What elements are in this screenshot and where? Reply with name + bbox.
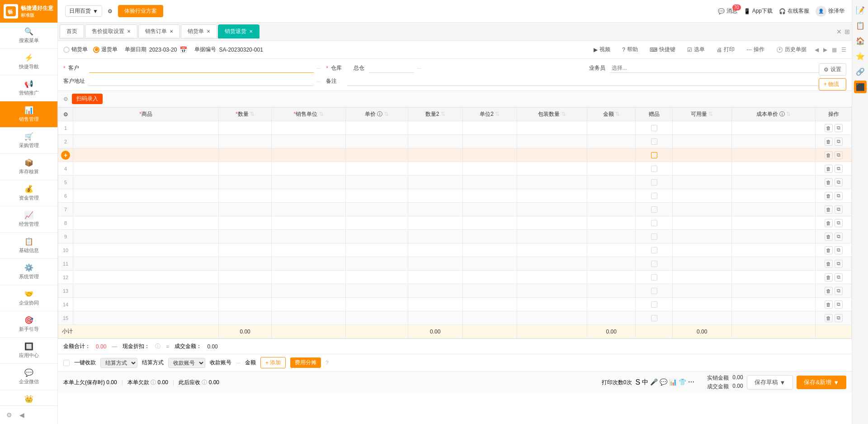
pkg-cell[interactable] — [517, 203, 587, 216]
save-new-button[interactable]: 保存&新增 ▼ — [797, 376, 846, 389]
gift-cell[interactable] — [636, 284, 672, 298]
unit2-cell[interactable] — [462, 176, 517, 189]
sidebar-item-enterprise[interactable]: 🤝 企业协同 — [0, 285, 57, 311]
expense-btn[interactable]: 费用分摊 — [290, 357, 321, 368]
nav-next-icon[interactable]: ▶ — [823, 47, 827, 53]
available-cell[interactable] — [672, 311, 731, 325]
price-cell[interactable] — [346, 257, 408, 271]
add-row-btn[interactable]: + — [61, 151, 70, 160]
qty2-cell[interactable] — [408, 271, 462, 284]
product-input[interactable] — [76, 152, 216, 158]
address-input[interactable] — [88, 76, 314, 86]
product-cell[interactable] — [73, 216, 219, 230]
cost-cell[interactable] — [731, 162, 815, 176]
video-btn[interactable]: ▶ 视频 — [590, 44, 614, 55]
qty-cell[interactable] — [219, 311, 272, 325]
price-cell[interactable] — [346, 148, 408, 162]
delete-row-btn[interactable]: 🗑 — [825, 192, 833, 200]
delete-row-btn[interactable]: 🗑 — [825, 205, 833, 214]
delete-row-btn[interactable]: 🗑 — [825, 246, 833, 254]
salesrep-input[interactable] — [610, 63, 840, 73]
amount-cell[interactable] — [587, 189, 636, 203]
available-cell[interactable] — [672, 284, 731, 298]
qty2-cell[interactable] — [408, 243, 462, 257]
delete-row-btn[interactable]: 🗑 — [825, 178, 833, 186]
logistics-btn[interactable]: + 物流 — [819, 78, 846, 91]
sidebar-item-sales[interactable]: 📊 销售管理 — [0, 101, 57, 128]
copy-row-btn[interactable]: ⧉ — [835, 287, 843, 295]
amount-cell[interactable] — [587, 162, 636, 176]
unit-cell[interactable] — [271, 189, 345, 203]
unit-cell[interactable] — [271, 271, 345, 284]
unit-cell[interactable] — [271, 162, 345, 176]
list-view-icon[interactable]: ☰ — [841, 47, 846, 53]
table-settings-icon[interactable]: ⚙ — [63, 96, 68, 102]
qty2-cell[interactable] — [408, 216, 462, 230]
product-cell[interactable] — [73, 135, 219, 148]
qty-cell[interactable] — [219, 148, 272, 162]
qty-cell[interactable] — [219, 230, 272, 243]
unit-cell[interactable] — [271, 257, 345, 271]
rp-icon-4[interactable]: ⭐ — [854, 50, 867, 62]
product-cell[interactable] — [73, 148, 219, 162]
gift-cell[interactable] — [636, 298, 672, 311]
gift-cell[interactable] — [636, 271, 672, 284]
available-cell[interactable] — [672, 176, 731, 189]
gift-cell[interactable] — [636, 121, 672, 135]
unit-cell[interactable] — [271, 176, 345, 189]
product-cell[interactable] — [73, 176, 219, 189]
qty2-cell[interactable] — [408, 135, 462, 148]
available-cell[interactable] — [672, 230, 731, 243]
sidebar-item-operations[interactable]: 📈 经营管理 — [0, 206, 57, 233]
gift-checkbox[interactable] — [651, 206, 657, 213]
copy-row-btn[interactable]: ⧉ — [835, 138, 843, 146]
unit2-cell[interactable] — [462, 311, 517, 325]
unit-cell[interactable] — [271, 148, 345, 162]
save-draft-button[interactable]: 保存草稿 ▼ — [747, 375, 793, 390]
price-cell[interactable] — [346, 189, 408, 203]
sidebar-item-search[interactable]: 🔍 搜索菜单 — [0, 23, 57, 49]
sidebar-item-system[interactable]: ⚙️ 系统管理 — [0, 259, 57, 285]
operate-btn[interactable]: ⋯ 操作 — [743, 44, 768, 55]
pkg-cell[interactable] — [517, 189, 587, 203]
industry-select[interactable]: 日用百货 ▼ — [65, 5, 102, 17]
tab-close-all[interactable]: ✕ — [836, 28, 842, 35]
gift-checkbox[interactable] — [651, 315, 657, 321]
user-menu[interactable]: 👤 徐泽华 — [816, 6, 844, 17]
unit-cell[interactable] — [271, 203, 345, 216]
qty-cell[interactable] — [219, 284, 272, 298]
scan-button[interactable]: 扫码录入 — [72, 94, 103, 104]
warehouse-more-btn[interactable]: ··· — [417, 66, 421, 71]
cost-cell[interactable] — [731, 298, 815, 311]
gift-checkbox[interactable] — [651, 301, 657, 308]
gift-cell[interactable] — [636, 257, 672, 271]
qty2-cell[interactable] — [408, 162, 462, 176]
sidebar-item-member[interactable]: 👑 畅会员 — [0, 390, 57, 405]
price-cell[interactable] — [346, 162, 408, 176]
gift-checkbox[interactable] — [651, 261, 657, 267]
sidebar-item-finance[interactable]: 💰 资金管理 — [0, 180, 57, 206]
radio-return[interactable]: 退货单 — [93, 46, 118, 53]
gift-cell[interactable] — [636, 311, 672, 325]
cost-cell[interactable] — [731, 203, 815, 216]
dropdown-arrow[interactable]: ▼ — [780, 379, 786, 386]
gift-checkbox[interactable] — [651, 233, 657, 240]
delete-row-btn[interactable]: 🗑 — [825, 273, 833, 281]
copy-row-btn[interactable]: ⧉ — [835, 205, 843, 214]
amount-cell[interactable] — [587, 148, 636, 162]
sidebar-item-inventory[interactable]: 📦 库存核算 — [0, 154, 57, 180]
help-btn[interactable]: ? 帮助 — [618, 44, 642, 55]
settings-icon[interactable]: ⚙ — [4, 410, 14, 420]
unit2-cell[interactable] — [462, 271, 517, 284]
copy-row-btn[interactable]: ⧉ — [835, 260, 843, 268]
amount-cell[interactable] — [587, 298, 636, 311]
settings-topbar-btn[interactable]: ⚙ — [108, 8, 113, 14]
qty-cell[interactable] — [219, 121, 272, 135]
gift-cell[interactable] — [636, 135, 672, 148]
price-cell[interactable] — [346, 243, 408, 257]
gift-checkbox[interactable] — [651, 179, 657, 186]
price-cell[interactable] — [346, 216, 408, 230]
amount-cell[interactable] — [587, 243, 636, 257]
qty-cell[interactable] — [219, 216, 272, 230]
amount-cell[interactable] — [587, 311, 636, 325]
